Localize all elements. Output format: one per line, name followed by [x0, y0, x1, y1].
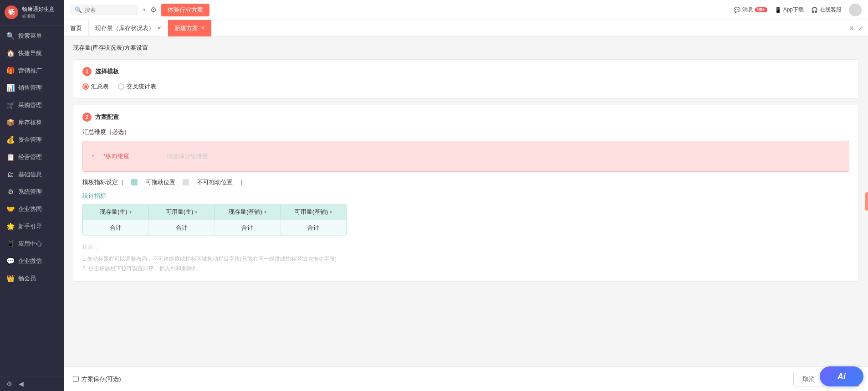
- tip-title: 提示：: [82, 242, 849, 252]
- tip-item-0: 1.拖动标题栏可以调整布局，不可跨维度或指标区域拖动栏目字段(只能在同一维度或指…: [82, 254, 849, 264]
- radio-cross-label: 交叉统计表: [127, 82, 156, 91]
- tabbar: 首页 现存量（库存状况表） ✕ 新建方案 ✕ ✕ ⤢: [64, 20, 868, 36]
- tab-new-plan-label: 新建方案: [174, 24, 198, 32]
- save-checkbox[interactable]: 方案保存(可选): [73, 375, 121, 383]
- col-present-aux: 现存量(基辅) ▾: [215, 204, 281, 220]
- page-title: 现存量(库存状况表)方案设置: [73, 44, 859, 52]
- app-download-label: App下载: [783, 6, 804, 14]
- sidebar-item-label: 经营管理: [18, 153, 42, 161]
- col-chevron-3[interactable]: ▾: [330, 210, 332, 215]
- save-label: 方案保存(可选): [82, 375, 121, 383]
- sidebar-item-label: 营销推广: [18, 67, 42, 75]
- col-present-aux-label: 现存量(基辅): [229, 208, 262, 216]
- sidebar-item-members[interactable]: 👑 畅会员: [0, 270, 64, 287]
- content: 现存量(库存状况表)方案设置 1 选择模板 汇总表 交叉统计表 2: [64, 36, 868, 366]
- sidebar-item-label: 库存核算: [18, 118, 42, 127]
- step1-card: 1 选择模板 汇总表 交叉统计表: [73, 59, 859, 98]
- sidebar-item-label: 系统管理: [18, 188, 42, 196]
- topbar-chevron-icon[interactable]: ▾: [143, 7, 146, 13]
- radio-summary-circle: [82, 83, 89, 90]
- sidebar-item-cooperation[interactable]: 🤝 企业协同: [0, 201, 64, 218]
- ai-float-button[interactable]: Ai: [820, 366, 863, 386]
- phone-icon: 📱: [6, 240, 15, 248]
- sidebar-item-newbie[interactable]: 🌟 新手引导: [0, 218, 64, 235]
- col-present-main: 现存量(主) ▾: [83, 204, 149, 220]
- sidebar-item-quick-nav[interactable]: 🏠 快捷导航: [0, 45, 64, 62]
- radio-summary-label: 汇总表: [91, 82, 109, 91]
- col-chevron-2[interactable]: ▾: [264, 210, 266, 215]
- sidebar-item-purchase[interactable]: 🛒 采购管理: [0, 97, 64, 114]
- sidebar-item-label: 快捷导航: [18, 49, 42, 57]
- chart-icon: 📊: [6, 84, 15, 92]
- gear-icon: ⚙: [6, 188, 15, 196]
- sidebar-item-finance[interactable]: 💰 资金管理: [0, 131, 64, 149]
- radio-cross[interactable]: 交叉统计表: [118, 82, 156, 91]
- sidebar-item-inventory[interactable]: 📦 库存核算: [0, 114, 64, 131]
- sidebar-item-marketing[interactable]: 🎁 营销推广: [0, 62, 64, 79]
- sidebar-item-basic-info[interactable]: 🗂 基础信息: [0, 166, 64, 183]
- tab-inventory-label: 现存量（库存状况表）: [95, 24, 154, 32]
- tab-new-plan[interactable]: 新建方案 ✕: [168, 20, 212, 36]
- sidebar-item-label: 企业微信: [18, 257, 42, 265]
- money-icon: 💰: [6, 136, 15, 144]
- chat-icon: 💬: [6, 257, 15, 265]
- col-chevron-0[interactable]: ▾: [129, 210, 132, 215]
- non-draggable-badge-label: 不可拖动位置: [197, 178, 233, 186]
- summary-dim-label: 汇总维度（必选）: [82, 128, 849, 136]
- vertical-dim-label: *纵向维度: [103, 152, 129, 160]
- sidebar-item-label: 新手引导: [18, 222, 42, 231]
- draggable-badge-label: 可拖动位置: [146, 178, 175, 186]
- sidebar-nav: 🔍 搜索菜单 🏠 快捷导航 🎁 营销推广 📊 销售管理 🛒 采购管理 📦 库存核…: [0, 26, 64, 376]
- sidebar-item-wechat[interactable]: 💬 企业微信: [0, 252, 64, 270]
- sidebar-item-label: 企业协同: [18, 205, 42, 213]
- avatar[interactable]: [849, 4, 862, 16]
- search-input[interactable]: [85, 7, 130, 13]
- col-avail-aux-label: 可用量(基辅): [295, 208, 328, 216]
- search-icon: 🔍: [6, 32, 15, 40]
- tab-inventory-status[interactable]: 现存量（库存状况表） ✕: [89, 20, 168, 36]
- cell-0: 合计: [83, 220, 149, 236]
- messages-item[interactable]: 💬 消息 99+: [734, 6, 767, 14]
- bottom-bar: 方案保存(可选) 取消 查询: [64, 366, 868, 391]
- vertical-dim-box: * *纵向维度 —— 请选择分组维度: [82, 141, 849, 172]
- expand-icon[interactable]: ⤢: [858, 25, 863, 32]
- sidebar-item-app-center[interactable]: 📱 应用中心: [0, 235, 64, 252]
- save-checkbox-input[interactable]: [73, 376, 79, 382]
- tip-area: 提示： 1.拖动标题栏可以调整布局，不可跨维度或指标区域拖动栏目字段(只能在同一…: [82, 242, 849, 274]
- star-icon: 🌟: [6, 222, 15, 231]
- tab-home[interactable]: 首页: [64, 20, 89, 36]
- col-avail-main-label: 可用量(主): [166, 208, 194, 216]
- tab-close-active-icon[interactable]: ✕: [201, 25, 205, 31]
- trial-btn[interactable]: 体验行业方案: [161, 4, 209, 16]
- search-box[interactable]: 🔍: [70, 5, 138, 15]
- box-icon: 📦: [6, 118, 15, 127]
- close-all-icon[interactable]: ✕: [849, 25, 854, 32]
- sidebar-item-label: 畅会员: [18, 274, 36, 283]
- indicator-config-label: 模板指标设定（: [82, 178, 124, 186]
- app-logo: 畅 畅康通好生意 标准版: [0, 0, 64, 26]
- sidebar-item-operations[interactable]: 📋 经营管理: [0, 149, 64, 166]
- step1-title: 选择模板: [95, 67, 119, 76]
- draggable-badge: [131, 179, 138, 185]
- settings-icon[interactable]: ⚙: [6, 380, 12, 387]
- sidebar-item-label: 采购管理: [18, 101, 42, 109]
- col-chevron-1[interactable]: ▾: [195, 210, 197, 215]
- online-service-item[interactable]: 🎧 在线客服: [811, 6, 842, 14]
- radio-summary[interactable]: 汇总表: [82, 82, 109, 91]
- cart-icon: 🛒: [6, 101, 15, 109]
- sidebar-item-label: 资金管理: [18, 136, 42, 144]
- app-download-item[interactable]: 📱 App下载: [775, 6, 804, 14]
- sidebar-item-search[interactable]: 🔍 搜索菜单: [0, 27, 64, 45]
- logo-icon: 畅: [5, 5, 18, 19]
- sidebar-item-system[interactable]: ⚙ 系统管理: [0, 183, 64, 201]
- home-icon: 🏠: [6, 49, 15, 57]
- sidebar-item-sales[interactable]: 📊 销售管理: [0, 79, 64, 97]
- cell-3: 合计: [281, 220, 346, 236]
- tab-close-icon[interactable]: ✕: [157, 25, 161, 31]
- gift-icon: 🎁: [6, 67, 15, 75]
- toggle-icon[interactable]: ◀: [19, 380, 24, 387]
- stats-label: 统计指标: [82, 192, 849, 200]
- topbar-gear-icon[interactable]: ⚙: [150, 5, 157, 14]
- resize-handle[interactable]: [865, 192, 868, 211]
- tip-item-1: 2. 点击标题栏下拉可设置排序、插入列和删除列: [82, 264, 849, 274]
